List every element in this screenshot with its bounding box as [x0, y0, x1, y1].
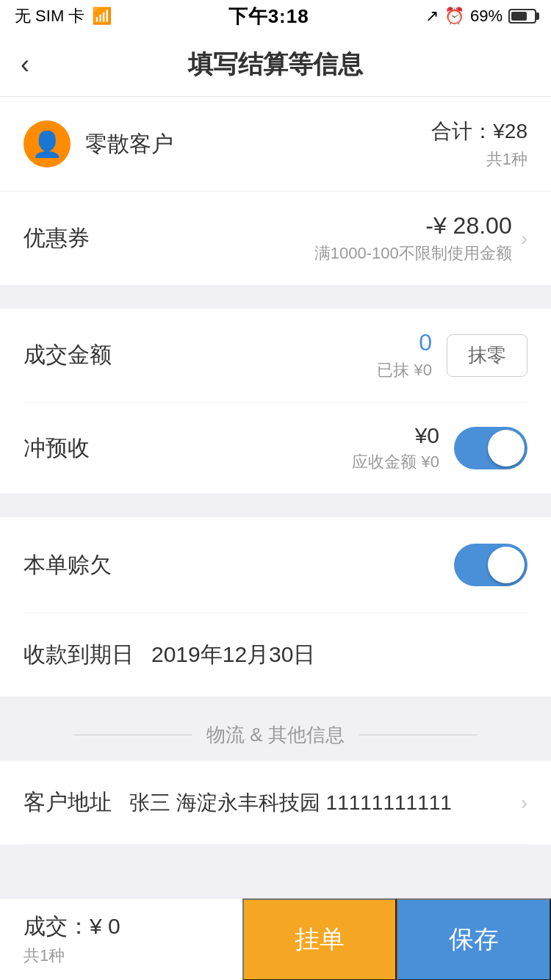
coupon-description: 满1000-100不限制使用金额 [314, 242, 512, 264]
address-label: 客户地址 [24, 788, 112, 818]
debit-date-value: 2019年12月30日 [151, 640, 315, 670]
coupon-row[interactable]: 优惠券 -¥ 28.00 满1000-100不限制使用金额 › [0, 191, 551, 285]
logistics-text: 物流 & 其他信息 [206, 722, 345, 748]
battery-percent: 69% [470, 7, 503, 26]
logistics-divider: 物流 & 其他信息 [0, 708, 551, 761]
back-button[interactable]: ‹ [21, 49, 29, 80]
status-bar: 无 SIM 卡 📶 下午3:18 ↗ ⏰ 69% [0, 0, 551, 32]
amount-section: 成交金额 0 已抹 ¥0 抹零 冲预收 ¥0 应收金额 ¥0 [0, 309, 551, 494]
location-icon: ↗ [425, 7, 439, 26]
precollect-toggle[interactable] [454, 427, 527, 469]
status-time: 下午3:18 [228, 4, 309, 29]
status-right: ↗ ⏰ 69% [425, 7, 536, 26]
debit-date-label: 收款到期日 [24, 640, 134, 670]
address-value: 张三 海淀永丰科技园 11111111111 [129, 789, 503, 817]
page-title: 填写结算等信息 [188, 48, 363, 82]
no-sim-text: 无 SIM 卡 [15, 5, 84, 27]
coupon-label: 优惠券 [24, 223, 90, 253]
bottom-deal-text: 成交：¥ 0 [24, 912, 242, 942]
chevron-right-icon: › [521, 227, 527, 251]
debit-section: 本单赊欠 收款到期日 2019年12月30日 [0, 517, 551, 696]
section-divider-2 [0, 494, 551, 505]
customer-left: 👤 零散客户 [24, 120, 173, 167]
precollect-label: 冲预收 [24, 433, 90, 464]
nav-bar: ‹ 填写结算等信息 [0, 32, 551, 97]
address-chevron-icon: › [521, 791, 527, 815]
precollect-sub: 应收金额 ¥0 [352, 451, 439, 473]
debit-toggle-thumb [488, 547, 525, 583]
battery-icon [508, 9, 536, 24]
content: 👤 零散客户 合计：¥28 共1种 优惠券 -¥ 28.00 满1000-100… [0, 97, 551, 945]
debit-label: 本单赊欠 [24, 550, 112, 580]
amount-right: 0 已抹 ¥0 抹零 [377, 329, 527, 381]
total-amount: 合计：¥28 [431, 118, 527, 145]
avatar: 👤 [24, 120, 71, 167]
total-count: 共1种 [431, 148, 527, 170]
transaction-amount-sub: 已抹 ¥0 [377, 359, 432, 381]
address-row[interactable]: 客户地址 张三 海淀永丰科技园 11111111111 › [24, 761, 527, 845]
deal-amount: ¥ 0 [90, 914, 120, 938]
customer-name: 零散客户 [85, 129, 173, 159]
bottom-bar: 成交：¥ 0 共1种 挂单 保存 [0, 898, 551, 980]
transaction-amount-label: 成交金额 [24, 340, 112, 370]
bottom-summary: 成交：¥ 0 共1种 [0, 912, 242, 967]
wifi-icon: 📶 [92, 7, 112, 26]
address-section: 客户地址 张三 海淀永丰科技园 11111111111 › [0, 761, 551, 845]
debit-row: 本单赊欠 [24, 517, 527, 613]
debit-date-row: 收款到期日 2019年12月30日 [24, 613, 527, 696]
customer-right: 合计：¥28 共1种 [431, 118, 527, 170]
debit-toggle[interactable] [454, 544, 527, 586]
divider-line-left [74, 735, 192, 735]
pending-button[interactable]: 挂单 [242, 898, 397, 981]
deal-label: 成交： [24, 914, 90, 938]
transaction-amount-row: 成交金额 0 已抹 ¥0 抹零 [24, 309, 527, 403]
bottom-count: 共1种 [24, 945, 242, 967]
coupon-value-block: -¥ 28.00 满1000-100不限制使用金额 [314, 212, 512, 264]
precollect-amount: ¥0 [352, 423, 439, 448]
alarm-icon: ⏰ [444, 7, 464, 26]
customer-row: 👤 零散客户 合计：¥28 共1种 [0, 97, 551, 191]
divider-line-right [359, 735, 477, 735]
coupon-right: -¥ 28.00 满1000-100不限制使用金额 › [314, 212, 527, 264]
avatar-icon: 👤 [32, 129, 62, 159]
coupon-discount: -¥ 28.00 [314, 212, 512, 239]
amount-value-block: 0 已抹 ¥0 [377, 329, 432, 381]
customer-section: 👤 零散客户 合计：¥28 共1种 优惠券 -¥ 28.00 满1000-100… [0, 97, 551, 285]
precollect-row: 冲预收 ¥0 应收金额 ¥0 [24, 403, 527, 494]
precollect-value-block: ¥0 应收金额 ¥0 [352, 423, 439, 473]
section-divider-1 [0, 297, 551, 309]
round-button[interactable]: 抹零 [447, 334, 527, 377]
status-left: 无 SIM 卡 📶 [15, 5, 112, 27]
toggle-thumb [488, 430, 525, 466]
transaction-amount-value: 0 [377, 329, 432, 356]
precollect-right: ¥0 应收金额 ¥0 [352, 423, 527, 473]
save-button[interactable]: 保存 [397, 898, 551, 981]
